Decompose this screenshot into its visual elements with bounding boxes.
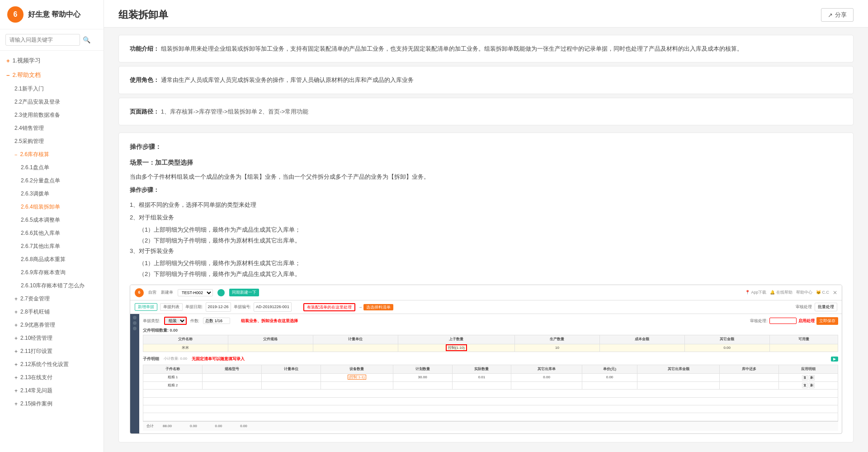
footer-label-total: 合计 (146, 423, 154, 429)
upper-th-2: 父件规格 (228, 335, 313, 344)
lower-th-10: 库中还多 (720, 365, 779, 374)
sidebar-item-ledger-fix[interactable]: 2.6.10库存账本错了怎么办 (0, 279, 104, 292)
lower-expand-btn[interactable]: ▶ (831, 357, 838, 362)
lower-td-1-other-out: 0.00 (511, 374, 582, 381)
main-body: 功能介绍： 组装拆卸单用来处理企业组装或拆卸等加工业务，支持有固定装配清单的产品… (104, 28, 868, 452)
form-warehouse-input[interactable]: 默认仓库 (769, 318, 797, 324)
sidebar-item-mobile[interactable]: + 2.8手机旺铺 (0, 305, 104, 319)
upper-td-name: 米米 (143, 344, 228, 352)
app-toolbar: 新增单据 单据列表 单据日期: 2019-12-26 单据编号: AD-2019… (130, 300, 842, 314)
sidebar-item-ops[interactable]: + 2.10经营管理 (0, 332, 104, 345)
sidebar-item-cases[interactable]: + 2.15操作案例 (0, 397, 104, 410)
app-icon-service: 帮助中心 (796, 289, 812, 296)
batch-btn[interactable]: 批量处理 (815, 303, 837, 311)
lower-th-3: 计量单位 (261, 365, 321, 374)
lower-td-1-unit (261, 374, 321, 381)
sidebar-sub-label: 2.10经营管理 (20, 334, 52, 342)
sidebar-sub-label: 2.11打印设置 (20, 347, 52, 355)
row-copy-btn-2[interactable]: 复 (802, 383, 808, 388)
app-nav-new: 新建单 (161, 289, 173, 296)
sidebar-item-other-in[interactable]: 2.6.6其他入库单 (0, 227, 104, 240)
sidebar-item-cost-recalc[interactable]: 2.6.8商品成本重算 (0, 253, 104, 266)
sidebar: 6 好生意 帮助中心 🔍 + 1.视频学习 − 2.帮助文档 2.1新手入门 2… (0, 0, 104, 452)
lower-table-qty-label: 小计数量: 0.00 (164, 356, 187, 362)
lower-th-5: 计划数量 (393, 365, 452, 374)
page-title: 组装拆卸单 (118, 8, 168, 22)
sidebar-item-finance[interactable]: + 2.7资金管理 (0, 292, 104, 305)
sidebar-item-inventory[interactable]: − 2.6库存核算 (0, 148, 104, 161)
form-count-input[interactable] (203, 318, 230, 324)
sidebar-item-payment[interactable]: + 2.13在线支付 (0, 371, 104, 384)
sidebar-item-video[interactable]: + 1.视频学习 (0, 53, 104, 68)
sidebar-item-cost-adjust[interactable]: 2.6.5成本调整单 (0, 214, 104, 227)
share-button[interactable]: ↗ 分享 (821, 8, 854, 22)
annotation-batch: 启用处理 (798, 317, 815, 325)
lower-row-actions: 复 删 (781, 375, 836, 381)
no-config-fill-label: 无固定清单可以随意填写录入 (192, 357, 245, 361)
share-label: 分享 (835, 11, 847, 19)
lower-table-row-3 (143, 390, 838, 397)
sidebar-item-install[interactable]: 2.2产品安装及登录 (0, 95, 104, 109)
toolbar-billno-label: 单据编号: (234, 303, 251, 310)
sidebar-item-sales[interactable]: 2.4销售管理 (0, 122, 104, 135)
sidebar-item-stocktake[interactable]: 2.6.1盘点单 (0, 161, 104, 174)
row-del-btn[interactable]: 删 (809, 375, 815, 381)
toolbar-new-btn[interactable]: 新增单据 (135, 303, 157, 311)
lower-actions: ▶ (831, 355, 838, 363)
sidebar-sub-label: 2.4销售管理 (14, 124, 44, 132)
form-label-type: 单据类型: (143, 317, 160, 324)
confirm-btn[interactable]: 立即保存 (816, 317, 838, 325)
ops-title: 操作步骤： (130, 141, 842, 152)
sidebar-item-assembly[interactable]: 2.6.4组装拆卸单 (0, 200, 104, 214)
step2: 2、对于组装业务 (130, 212, 842, 223)
app-close-button[interactable]: ✕ (833, 290, 837, 296)
sidebar-item-transfer[interactable]: 2.6.3调拨单 (0, 187, 104, 200)
sidebar-item-partial-stocktake[interactable]: 2.6.2分量盘点单 (0, 174, 104, 187)
toolbar-billno-value: AD-20191226-001 (254, 302, 292, 311)
sidebar-item-other-out[interactable]: 2.6.7其他出库单 (0, 240, 104, 253)
sidebar-item-help[interactable]: − 2.帮助文档 (0, 68, 104, 82)
upper-th-5: 生产数量 (514, 335, 599, 344)
func-intro-label: 功能介绍： (130, 45, 159, 52)
sidebar-item-faq[interactable]: + 2.14常见问题 (0, 384, 104, 397)
select-bom-btn[interactable]: 选选择料清单 (363, 304, 393, 310)
annotation-no-config: 组装业务、拆卸业务在这里选择 (241, 317, 298, 325)
lower-td-2-remain (720, 381, 779, 389)
expand-icon-print: + (14, 348, 18, 355)
upper-td-cost (599, 344, 684, 352)
sidebar-item-print[interactable]: + 2.11打印设置 (0, 345, 104, 358)
form-type-select[interactable]: 组装 拆卸 (164, 317, 187, 325)
lower-table-row-6 (143, 413, 838, 421)
batch-label: 审核处理 (796, 303, 812, 310)
sidebar-item-beginner[interactable]: 2.1新手入门 (0, 82, 104, 95)
lower-th-7: 其它出库单 (511, 365, 582, 374)
upper-th-3: 计量单位 (313, 335, 398, 344)
lower-th-2: 规格型号 (202, 365, 261, 374)
sidebar-item-ledger-query[interactable]: 2.6.9库存账本查询 (0, 266, 104, 279)
lower-td-2-actual (452, 381, 511, 389)
search-button[interactable]: 🔍 (83, 36, 90, 43)
app-icon-user: 🐱 C.C (816, 289, 829, 296)
upper-table-row: 米米 控制(1-10) 10 0.00 (143, 344, 838, 352)
sidebar-deep-label: 2.6.8商品成本重算 (21, 256, 66, 263)
sidebar-item-data-prep[interactable]: 2.3使用前数据准备 (0, 109, 104, 122)
sidebar-item-coupon[interactable]: + 2.9优惠券管理 (0, 319, 104, 332)
toolbar-list-btn[interactable]: 单据列表 (160, 303, 183, 311)
app-footer: 合计 88.00 0.00 0.00 0.00 (143, 421, 838, 431)
sidebar-item-purchase[interactable]: 2.5采购管理 (0, 135, 104, 148)
search-input[interactable] (5, 34, 80, 46)
app-new-btn[interactable]: 同期新建一下 (229, 289, 259, 296)
row-copy-btn[interactable]: 复 (802, 375, 808, 381)
footer-val-total: 88.00 (163, 423, 172, 429)
sidebar-logo: 6 好生意 帮助中心 (0, 0, 104, 29)
scene1-title: 场景一：加工类型选择 (130, 157, 842, 168)
sidebar-sub-label: 2.12系统个性化设置 (20, 361, 69, 368)
row-del-btn-2[interactable]: 删 (809, 383, 815, 388)
upper-th-6: 成本金额 (599, 335, 684, 344)
form-label-count: 件数: (190, 317, 200, 324)
sidebar-item-customize[interactable]: + 2.12系统个性化设置 (0, 358, 104, 371)
app-company-select[interactable]: TEST-H002 (178, 289, 213, 296)
step3-sub2: （2）下部明细为子件明细，最终作为产成品生成其它入库单。 (130, 269, 842, 279)
lower-table-row-2: 粗粮 2 (143, 381, 838, 389)
app-icon-help: 🔔 在线帮助 (770, 289, 793, 296)
